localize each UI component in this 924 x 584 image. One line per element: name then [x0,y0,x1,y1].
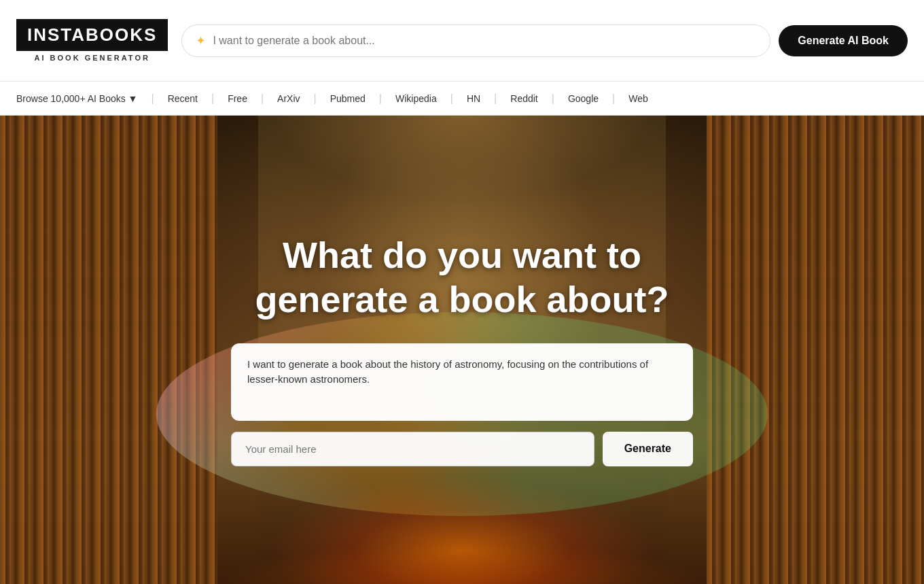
header-generate-button[interactable]: Generate AI Book [779,25,908,56]
nav-item-reddit[interactable]: Reddit [499,93,548,104]
nav-sep-3: | [258,92,266,105]
hero-title: What do you want to generate a book abou… [217,233,707,322]
logo: INSTABOOKS AI BOOK GENERATOR [16,19,168,62]
email-input[interactable] [231,432,594,466]
ceiling [224,116,700,252]
nav-sep-1: | [148,92,156,105]
nav-sep-5: | [376,92,385,105]
header: INSTABOOKS AI BOOK GENERATOR ✦ Generate … [0,0,924,82]
nav-sep-8: | [549,92,557,105]
book-idea-wrapper [231,343,693,421]
hero-section: What do you want to generate a book abou… [0,116,924,584]
hero-bottom-row: Generate [231,432,693,466]
hero-content: What do you want to generate a book abou… [0,233,924,466]
nav-sep-4: | [311,92,319,105]
nav-sep-6: | [448,92,456,105]
nav-item-hn[interactable]: HN [456,93,491,104]
nav-sep-7: | [491,92,499,105]
nav-item-free[interactable]: Free [217,93,258,104]
nav-item-arxiv[interactable]: ArXiv [266,93,310,104]
sparkle-icon: ✦ [196,33,206,48]
logo-subtitle: AI BOOK GENERATOR [35,54,150,62]
search-bar-container: ✦ Generate AI Book [181,24,908,57]
nav-item-browse[interactable]: Browse 10,000+ AI Books ▼ [16,93,148,104]
nav-sep-9: | [609,92,618,105]
nav-sep-2: | [209,92,217,105]
nav-item-recent[interactable]: Recent [157,93,209,104]
nav-item-pubmed[interactable]: Pubmed [319,93,376,104]
search-input[interactable] [213,35,756,47]
nav-item-web[interactable]: Web [618,93,659,104]
navigation: Browse 10,000+ AI Books ▼ | Recent | Fre… [0,82,924,116]
nav-item-google[interactable]: Google [557,93,609,104]
logo-text: INSTABOOKS [16,19,168,51]
search-wrapper: ✦ [181,24,770,57]
nav-item-wikipedia[interactable]: Wikipedia [385,93,448,104]
book-idea-textarea[interactable] [247,357,677,405]
hero-generate-button[interactable]: Generate [603,432,693,466]
